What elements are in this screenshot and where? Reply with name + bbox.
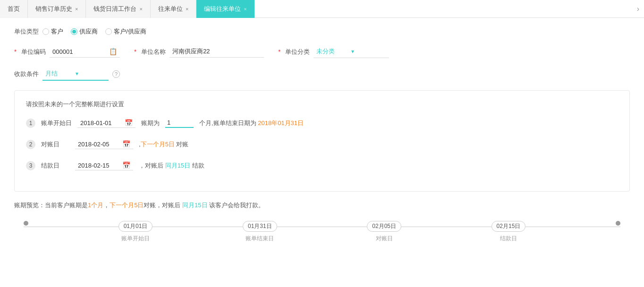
row-label-2: 对账日 [41, 140, 69, 149]
date-field-1[interactable] [80, 119, 123, 127]
timeline: 01月01日 账单开始日 01月31日 账单结束日 02月05日 对账日 02月… [24, 221, 620, 243]
timeline-container: 01月01日 账单开始日 01月31日 账单结束日 02月05日 对账日 02月… [14, 221, 630, 243]
radio-customer-label: 客户 [51, 27, 63, 36]
row-number-3: 3 [26, 161, 35, 170]
unit-category-value: 未分类 [316, 47, 351, 56]
radio-both[interactable]: 客户/供应商 [105, 27, 146, 36]
tab-sales-history[interactable]: 销售订单历史 × [28, 0, 86, 18]
unit-code-icon[interactable]: 📋 [109, 48, 117, 55]
preview-label: 账期预览：当前客户账期是 [14, 202, 88, 209]
preview-text: 账期预览：当前客户账期是1个月，下一个月5日对账，对账后 同月15日 该客户会给… [14, 199, 630, 211]
unit-type-field: 单位类型 客户 供应商 客户/供应商 [14, 27, 146, 36]
unit-category-arrow: ▾ [351, 48, 386, 55]
timeline-point-1: 01月01日 账单开始日 [119, 221, 153, 243]
setting-row-1: 1 账单开始日 📅 账期为 个月,账单结束日期为 2018年01月31日 [26, 118, 618, 128]
tab-more-button[interactable]: › [632, 5, 644, 13]
timeline-badge-3: 02月05日 [367, 221, 401, 232]
timeline-badge-2: 01月31日 [243, 221, 277, 232]
timeline-start-dot [24, 221, 28, 226]
date-input-1: 📅 [77, 118, 136, 128]
date-field-3[interactable] [78, 162, 120, 169]
timeline-start [24, 221, 28, 228]
tab-cashflow[interactable]: 钱货日清工作台 × [86, 0, 150, 18]
next-month-5: 下一个月5日 [141, 141, 175, 148]
timeline-point-3: 02月05日 对账日 [367, 221, 401, 243]
unit-category-select[interactable]: 未分类 ▾ [314, 45, 389, 58]
date-field-2[interactable] [78, 141, 120, 148]
timeline-end-dot [616, 221, 620, 226]
tab-partners[interactable]: 往来单位 × [151, 0, 196, 18]
calendar-icon-2[interactable]: 📅 [122, 140, 130, 148]
tab-edit-partner-label: 编辑往来单位 [204, 5, 241, 13]
tab-partners-label: 往来单位 [158, 5, 183, 13]
timeline-point-4: 02月15日 结款日 [491, 221, 526, 243]
preview-part3: 同月15日 [182, 202, 207, 209]
help-icon[interactable]: ? [112, 70, 120, 78]
preview-part2: 下一个月5日 [110, 202, 144, 209]
tab-cashflow-close[interactable]: × [139, 6, 142, 12]
timeline-point-2: 01月31日 账单结束日 [243, 221, 277, 243]
unit-code-input[interactable] [52, 48, 109, 55]
settings-box: 请按照未来的一个完整帐期进行设置 1 账单开始日 📅 账期为 个月,账单结束日期… [14, 90, 630, 192]
payment-terms-value: 月结 [45, 69, 76, 78]
payment-terms-row: 收款条件 月结 ▾ ? [14, 68, 630, 81]
unit-category-required: * [278, 48, 280, 55]
months-input[interactable] [165, 118, 194, 128]
unit-name-input[interactable] [169, 46, 264, 58]
radio-supplier-label: 供应商 [79, 27, 98, 36]
tab-partners-close[interactable]: × [186, 6, 188, 12]
timeline-label-2: 账单结束日 [246, 235, 274, 243]
row-label-1: 账单开始日 [41, 119, 72, 127]
setting-row-2: 2 对账日 📅 ,下一个月5日 对账 [26, 139, 618, 149]
row-desc-3: ，对账后 同月15日 结款 [139, 161, 204, 170]
tab-edit-partner[interactable]: 编辑往来单位 × [196, 0, 254, 18]
unit-category-label: 单位分类 [285, 48, 310, 56]
tab-sales-history-close[interactable]: × [75, 6, 78, 12]
radio-both-label: 客户/供应商 [114, 27, 146, 36]
tab-sales-history-label: 销售订单历史 [35, 5, 72, 13]
row-desc-2: ,下一个月5日 对账 [139, 140, 188, 149]
calendar-icon-1[interactable]: 📅 [125, 119, 133, 127]
timeline-badge-4: 02月15日 [491, 221, 526, 232]
payment-terms-arrow: ▾ [76, 70, 106, 77]
preview-part1: 1个月 [88, 202, 103, 209]
setting-row-3: 3 结款日 📅 ，对账后 同月15日 结款 [26, 160, 618, 170]
row-label-3: 结款日 [41, 161, 69, 170]
radio-supplier[interactable]: 供应商 [71, 27, 98, 36]
unit-code-input-wrapper: 📋 [50, 46, 120, 58]
timeline-label-3: 对账日 [376, 235, 393, 243]
unit-type-row: 单位类型 客户 供应商 客户/供应商 [14, 27, 630, 36]
tab-edit-partner-close[interactable]: × [244, 6, 246, 12]
tab-bar: 首页 销售订单历史 × 钱货日清工作台 × 往来单位 × 编辑往来单位 × › [0, 0, 644, 18]
payment-terms-field: 收款条件 月结 ▾ ? [14, 68, 120, 81]
unit-name-required: * [134, 48, 136, 55]
same-month-15: 同月15日 [165, 162, 190, 169]
timeline-label-4: 结款日 [500, 235, 517, 243]
unit-name-field: * 单位名称 [134, 46, 264, 58]
radio-both-circle [105, 28, 112, 35]
timeline-end [616, 221, 620, 228]
tab-home[interactable]: 首页 [0, 0, 28, 18]
row-number-2: 2 [26, 140, 35, 149]
row-suffix-1: 账期为 [141, 119, 160, 127]
unit-name-label: 单位名称 [141, 48, 166, 56]
payment-terms-select[interactable]: 月结 ▾ [42, 68, 109, 81]
unit-code-required: * [14, 48, 17, 55]
preview-end: 该客户会给我打款。 [209, 202, 264, 209]
tab-home-label: 首页 [8, 5, 20, 13]
calendar-icon-3[interactable]: 📅 [122, 161, 130, 169]
main-content: 单位类型 客户 供应商 客户/供应商 * 单位编码 [0, 18, 644, 287]
row-number-1: 1 [26, 118, 35, 128]
unit-code-label: 单位编码 [21, 48, 46, 56]
date-input-3: 📅 [75, 160, 133, 170]
radio-supplier-circle [71, 28, 77, 35]
settings-title: 请按照未来的一个完整帐期进行设置 [26, 100, 618, 109]
tab-cashflow-label: 钱货日清工作台 [93, 5, 136, 13]
unit-type-radio-group: 客户 供应商 客户/供应商 [42, 27, 146, 36]
code-name-category-row: * 单位编码 📋 * 单位名称 * 单位分类 未分类 ▾ [14, 45, 630, 58]
timeline-badge-1: 01月01日 [119, 221, 153, 232]
preview-comma1: ， [103, 202, 110, 209]
unit-type-label: 单位类型 [14, 27, 39, 36]
date-input-2: 📅 [75, 139, 133, 149]
radio-customer[interactable]: 客户 [42, 27, 63, 36]
